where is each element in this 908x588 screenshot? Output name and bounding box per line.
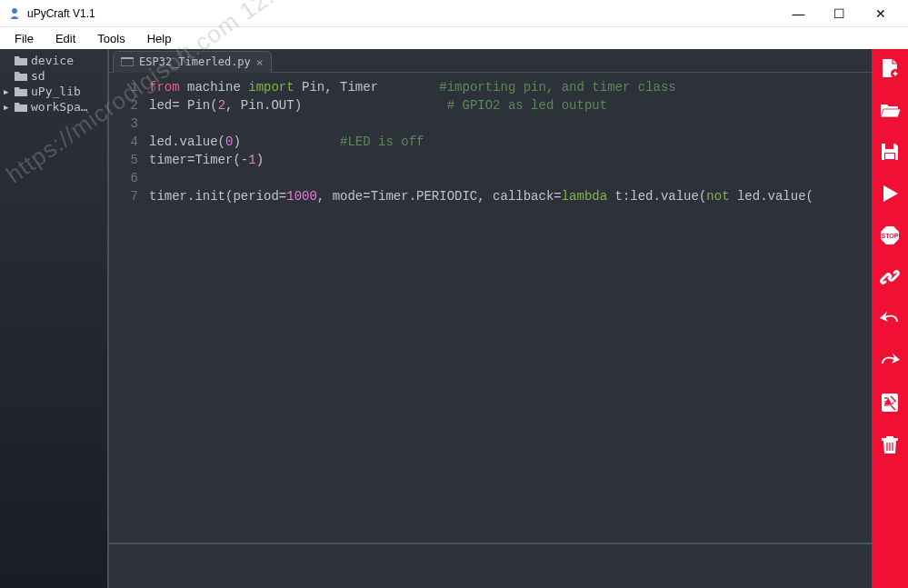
line-number: 5: [113, 151, 138, 169]
window-controls: ― ☐ ✕: [778, 1, 901, 26]
minimize-button[interactable]: ―: [778, 1, 819, 26]
folder-icon: [15, 86, 27, 96]
code-content[interactable]: from machine import Pin, Timer #importin…: [145, 73, 872, 543]
connect-button[interactable]: [876, 264, 903, 291]
menu-help[interactable]: Help: [136, 30, 183, 47]
svg-text:STOP: STOP: [882, 233, 899, 239]
folder-icon: [15, 102, 27, 112]
tree-label: sd: [31, 69, 45, 83]
syntax-check-button[interactable]: !: [876, 389, 903, 416]
main-area: ▶ device ▶ sd ▶ uPy_lib ▶ workSpa… ESP32…: [0, 49, 908, 588]
folder-icon: [15, 55, 27, 65]
save-button[interactable]: [876, 138, 903, 165]
title-bar: uPyCraft V1.1 ― ☐ ✕: [0, 0, 908, 27]
tree-arrow-icon: ▶: [4, 87, 13, 96]
line-number: 4: [113, 133, 138, 151]
line-gutter: 1 2 3 4 5 6 7: [109, 73, 145, 543]
svg-rect-11: [882, 438, 898, 441]
menu-edit[interactable]: Edit: [45, 30, 86, 47]
window-title: uPyCraft V1.1: [27, 7, 778, 20]
menu-bar: File Edit Tools Help: [0, 27, 908, 49]
file-icon: [121, 57, 134, 66]
file-tab[interactable]: ESP32_Timerled.py ×: [113, 51, 272, 73]
tab-close-icon[interactable]: ×: [256, 55, 264, 69]
svg-rect-1: [121, 58, 134, 66]
line-number: 6: [113, 169, 138, 187]
folder-icon: [15, 71, 27, 81]
undo-button[interactable]: [876, 305, 903, 333]
menu-file[interactable]: File: [4, 30, 45, 47]
tree-label: device: [31, 54, 74, 67]
line-number: 3: [113, 115, 138, 133]
svg-point-0: [12, 8, 17, 14]
menu-tools[interactable]: Tools: [86, 30, 135, 47]
app-icon: [7, 6, 22, 21]
tree-label: uPy_lib: [31, 85, 81, 98]
open-file-button[interactable]: [876, 96, 903, 124]
tree-label: workSpa…: [31, 100, 88, 114]
tree-item-sd[interactable]: ▶ sd: [0, 68, 107, 84]
stop-button[interactable]: STOP: [876, 222, 903, 249]
console-panel[interactable]: [109, 543, 872, 588]
close-button[interactable]: ✕: [860, 1, 901, 26]
maximize-button[interactable]: ☐: [819, 1, 860, 26]
tab-bar: ESP32_Timerled.py ×: [109, 49, 872, 73]
new-file-button[interactable]: [876, 55, 903, 82]
run-button[interactable]: [876, 180, 903, 207]
clear-button[interactable]: [876, 431, 903, 458]
tab-filename: ESP32_Timerled.py: [139, 55, 251, 68]
svg-rect-2: [121, 57, 134, 59]
tree-item-workspace[interactable]: ▶ workSpa…: [0, 99, 107, 115]
line-number: 7: [113, 187, 138, 205]
redo-button[interactable]: [876, 347, 903, 374]
line-number: 2: [113, 96, 138, 115]
svg-rect-6: [885, 154, 894, 159]
tree-arrow-icon: ▶: [4, 103, 13, 112]
code-editor[interactable]: 1 2 3 4 5 6 7 from machine import Pin, T…: [109, 73, 872, 543]
tree-item-upylib[interactable]: ▶ uPy_lib: [0, 84, 107, 99]
svg-rect-4: [885, 144, 893, 149]
svg-text:!: !: [893, 400, 895, 409]
editor-area: ESP32_Timerled.py × 1 2 3 4 5 6 7 from m…: [107, 49, 872, 588]
line-number: 1: [113, 78, 138, 96]
right-toolbar: STOP !: [872, 49, 908, 588]
tree-item-device[interactable]: ▶ device: [0, 53, 107, 68]
file-tree: ▶ device ▶ sd ▶ uPy_lib ▶ workSpa…: [0, 49, 107, 588]
